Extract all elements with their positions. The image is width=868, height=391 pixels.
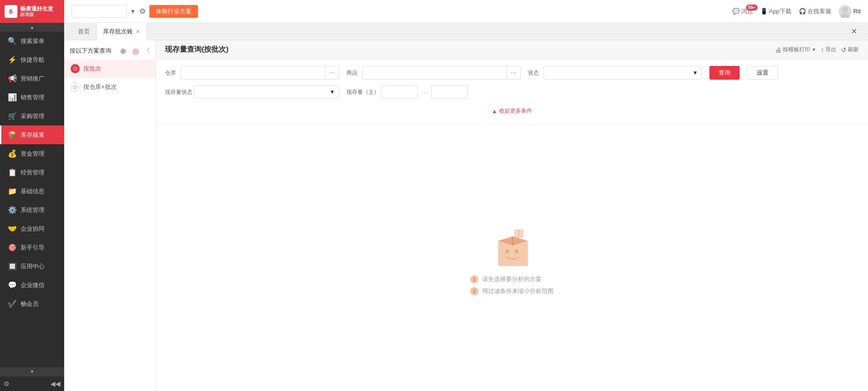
- plan-icon-active: ⊙: [71, 64, 80, 73]
- refresh-btn[interactable]: ↺ 刷新: [841, 46, 859, 54]
- warehouse-input[interactable]: [181, 66, 325, 80]
- chat-icon: 💬: [8, 281, 17, 289]
- range-divider: —: [422, 89, 428, 96]
- tab-home[interactable]: 首页: [71, 23, 97, 40]
- page-actions: 🖨 按模板打印 ▼ ↑ 导出 ↺ 刷新: [775, 46, 859, 54]
- tabbar: 首页 库存批次账 ✕ ✕: [64, 23, 868, 40]
- phone-icon: 📱: [760, 8, 768, 15]
- status-select[interactable]: ▼: [544, 66, 702, 80]
- trial-btn[interactable]: 体验行业方案: [149, 5, 198, 18]
- plan-item-batch[interactable]: ⊙ 按批次: [64, 60, 155, 78]
- sidebar-item-newbie[interactable]: 🎯 新手引导: [0, 238, 64, 257]
- query-btn[interactable]: 查询: [709, 66, 740, 80]
- sidebar-item-wechat[interactable]: 💬 企业微信: [0, 276, 64, 294]
- sidebar-item-label: 采购管理: [21, 112, 44, 120]
- sidebar-item-label: 营销推广: [21, 75, 44, 83]
- sidebar-item-basic[interactable]: 📁 基础信息: [0, 182, 64, 201]
- stock-qty-max[interactable]: [431, 85, 468, 99]
- sidebar-settings-btn[interactable]: ⚙: [4, 380, 10, 387]
- sidebar: 6 畅康通好生意 标准版 ▲ 🔍 搜索菜单 ⚡ 快捷导航 📢 营销推广 📊 销售…: [0, 0, 64, 391]
- tab-panel-close-btn[interactable]: ✕: [847, 27, 861, 36]
- collapse-filters-btn[interactable]: ▲ 收起更多条件: [165, 104, 859, 118]
- stock-qty-min[interactable]: [381, 85, 418, 99]
- sidebar-item-apps[interactable]: 🔲 应用中心: [0, 257, 64, 276]
- hint-num-1: 1: [470, 275, 478, 283]
- left-panel-header: 按以下方案查询 ⊕ ◎ 《: [64, 40, 155, 60]
- folder-icon: 📁: [8, 187, 17, 196]
- sidebar-item-label: 畅会员: [21, 300, 38, 308]
- sidebar-item-quicknav[interactable]: ⚡ 快捷导航: [0, 50, 64, 69]
- sidebar-item-sales[interactable]: 📊 销售管理: [0, 88, 64, 107]
- empty-hint-1: 1 请先选择要分析的方案: [470, 275, 554, 283]
- sidebar-item-label: 快捷导航: [21, 56, 44, 64]
- online-service-btn[interactable]: 🎧 在线客服: [799, 7, 831, 16]
- svg-point-6: [515, 250, 518, 253]
- product-filter: 商品 ···: [346, 66, 521, 80]
- sidebar-scroll-up[interactable]: ▲: [0, 23, 64, 32]
- stock-status-select[interactable]: ▼: [194, 85, 339, 99]
- sidebar-item-system[interactable]: ⚙️ 系统管理: [0, 201, 64, 219]
- message-btn[interactable]: 💬 消息 99+: [732, 7, 753, 16]
- tab-inventory-batch[interactable]: 库存批次账 ✕: [97, 23, 147, 40]
- page-title-bar: 现存量查询(按批次) 🖨 按模板打印 ▼ ↑ 导出 ↺ 刷新: [156, 40, 868, 60]
- print-dropdown-icon: ▼: [812, 47, 816, 52]
- topbar-right: 💬 消息 99+ 📱 App下载 🎧 在线客服 Rit: [732, 5, 861, 18]
- chevron-down-icon: ▼: [692, 70, 698, 76]
- sidebar-scroll-down[interactable]: ▼: [0, 367, 64, 376]
- product-input[interactable]: [362, 66, 507, 80]
- sidebar-item-marketing[interactable]: 📢 营销推广: [0, 69, 64, 88]
- sidebar-item-inventory[interactable]: 📦 库存核算: [0, 125, 64, 144]
- stock-qty-filter: 现存量（主） —: [346, 85, 521, 99]
- user-menu[interactable]: Rit: [839, 5, 861, 18]
- tab-close-btn[interactable]: ✕: [136, 28, 140, 35]
- status-filter: 状态 ▼: [528, 66, 702, 80]
- app-download-btn[interactable]: 📱 App下载: [760, 7, 791, 16]
- sidebar-item-member[interactable]: ✔️ 畅会员: [0, 294, 64, 313]
- topbar-gear-btn[interactable]: ⚙: [139, 7, 146, 16]
- stock-qty-range: —: [381, 85, 468, 99]
- svg-point-0: [842, 7, 848, 12]
- sidebar-item-label: 库存核算: [21, 131, 44, 139]
- handshake-icon: 🤝: [8, 224, 17, 233]
- app-title: 畅康通好生意 标准版: [20, 5, 53, 17]
- add-plan-btn[interactable]: ⊕: [118, 46, 128, 56]
- sidebar-header: 6 畅康通好生意 标准版: [0, 0, 64, 23]
- left-panel-actions: ⊕ ◎ 《: [118, 46, 150, 56]
- export-btn[interactable]: ↑ 导出: [821, 46, 836, 54]
- empty-hint-2: 2 用过滤条件来缩小分析范围: [470, 287, 554, 295]
- chart-icon: 📊: [8, 93, 17, 102]
- empty-state: 1 请先选择要分析的方案 2 用过滤条件来缩小分析范围: [156, 125, 868, 391]
- topbar-dropdown-btn[interactable]: ▼: [130, 8, 136, 15]
- content: 按以下方案查询 ⊕ ◎ 《 ⊙ 按批次 ⊙ 按仓库+批次 现存量查询(按批次): [64, 40, 868, 391]
- svg-point-5: [505, 250, 509, 253]
- settings-btn[interactable]: 设置: [747, 66, 778, 80]
- sidebar-item-label: 销售管理: [21, 93, 44, 102]
- sidebar-item-enterprise[interactable]: 🤝 企业协同: [0, 219, 64, 238]
- product-dots-btn[interactable]: ···: [507, 66, 521, 80]
- sidebar-item-operation[interactable]: 📋 经营管理: [0, 163, 64, 182]
- sidebar-collapse-btn[interactable]: ◀◀: [50, 380, 60, 387]
- topbar-search-input[interactable]: [71, 5, 126, 18]
- username: Rit: [853, 8, 861, 15]
- sidebar-item-label: 新手引导: [21, 244, 44, 252]
- warehouse-dots-btn[interactable]: ···: [325, 66, 339, 80]
- warehouse-label: 仓库: [165, 69, 179, 77]
- sidebar-item-purchase[interactable]: 🛒 采购管理: [0, 107, 64, 125]
- chevron-down-icon: ▼: [330, 89, 335, 95]
- sidebar-footer: ⚙ ◀◀: [0, 376, 64, 391]
- sidebar-item-finance[interactable]: 💰 资金管理: [0, 144, 64, 163]
- sidebar-item-label: 系统管理: [21, 206, 44, 214]
- app-logo: 6: [5, 5, 17, 18]
- collapse-panel-btn[interactable]: 《: [143, 46, 150, 56]
- sidebar-item-label: 企业微信: [21, 281, 44, 289]
- print-btn[interactable]: 🖨 按模板打印 ▼: [775, 46, 816, 54]
- svg-point-1: [841, 13, 850, 18]
- sidebar-item-search[interactable]: 🔍 搜索菜单: [0, 32, 64, 50]
- message-icon: 💬: [732, 8, 740, 15]
- avatar: [839, 5, 852, 18]
- right-panel: 现存量查询(按批次) 🖨 按模板打印 ▼ ↑ 导出 ↺ 刷新: [156, 40, 868, 391]
- grid-icon: 🔲: [8, 262, 17, 271]
- money-icon: 💰: [8, 149, 17, 158]
- plan-item-warehouse-batch[interactable]: ⊙ 按仓库+批次: [64, 78, 155, 96]
- plan-settings-btn[interactable]: ◎: [131, 46, 141, 56]
